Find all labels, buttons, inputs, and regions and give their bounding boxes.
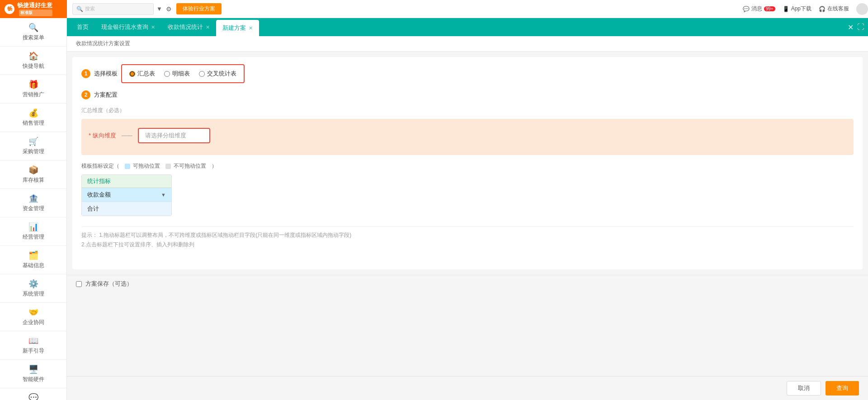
tab-bank-label: 现金银行流水查询 xyxy=(101,23,148,31)
breadcrumb-text: 收款情况统计方案设置 xyxy=(76,40,130,47)
notification-label: 消息 xyxy=(751,5,762,13)
movable-dot xyxy=(125,164,130,169)
tip2: 2.点击标题栏下拉可设置排序、插入列和删除列 xyxy=(81,241,854,249)
column-row: 合计 xyxy=(82,202,171,216)
radio-cross[interactable]: 交叉统计表 xyxy=(199,70,236,78)
fixed-dot xyxy=(165,164,171,169)
sidebar-item-quick-nav[interactable]: 🏠 快捷导航 xyxy=(0,47,66,75)
tab-bar: 首页 现金银行流水查询 ✕ 收款情况统计 ✕ 新建方案 ✕ ✕ ⛶ xyxy=(67,18,868,36)
purchase-icon: 🛒 xyxy=(28,136,38,146)
sidebar-item-purchase[interactable]: 🛒 采购管理 xyxy=(0,132,66,160)
user-avatar[interactable] xyxy=(856,3,868,15)
support-label: 在线客服 xyxy=(827,5,849,13)
sidebar-item-wechat[interactable]: 💬 企业微信 xyxy=(0,388,66,400)
home-icon: 🏠 xyxy=(28,51,38,61)
cancel-button[interactable]: 取消 xyxy=(787,381,821,395)
sidebar-item-marketing[interactable]: 🎁 营销推广 xyxy=(0,75,66,104)
tab-bank[interactable]: 现金银行流水查询 ✕ xyxy=(95,18,161,36)
dimension-arrow: —— xyxy=(122,132,132,139)
sidebar-item-finance[interactable]: 🏦 资金管理 xyxy=(0,189,66,217)
stats-title-row: 统计指标 xyxy=(82,175,171,188)
breadcrumb: 收款情况统计方案设置 xyxy=(67,36,868,52)
basic-icon: 🗂️ xyxy=(28,250,38,260)
metrics-header: 模板指标设定（ 可拖动位置 不可拖动位置 ） xyxy=(81,162,854,170)
radio-detail-input[interactable] xyxy=(164,71,170,77)
sidebar-item-label: 搜索菜单 xyxy=(23,34,44,42)
tab-collection-close[interactable]: ✕ xyxy=(206,24,210,30)
legend-movable: 可拖动位置 xyxy=(125,162,160,170)
sidebar-item-label: 智能硬件 xyxy=(23,376,44,383)
search-dropdown-icon[interactable]: ▼ xyxy=(156,5,162,12)
message-icon: 💬 xyxy=(743,6,750,12)
radio-summary-label: 汇总表 xyxy=(137,70,155,78)
tab-close-all-icon[interactable]: ✕ xyxy=(848,23,854,32)
column-header-text: 收款金额 xyxy=(87,191,111,199)
sidebar-item-search[interactable]: 🔍 搜索菜单 xyxy=(0,18,66,47)
header-search-area: 🔍 搜索 ▼ ⚙ 体验行业方案 xyxy=(72,3,743,15)
wechat-icon: 💬 xyxy=(28,393,38,400)
query-button[interactable]: 查询 xyxy=(826,381,859,395)
operations-icon: 📊 xyxy=(28,222,38,232)
system-icon: ⚙️ xyxy=(28,279,38,289)
tab-home[interactable]: 首页 xyxy=(71,18,95,36)
support-item[interactable]: 🎧 在线客服 xyxy=(819,5,849,13)
radio-cross-label: 交叉统计表 xyxy=(207,70,236,78)
sidebar-item-guide[interactable]: 📖 新手引导 xyxy=(0,331,66,360)
close-paren: ） xyxy=(212,162,217,170)
sidebar-item-enterprise[interactable]: 🤝 企业协同 xyxy=(0,303,66,331)
notification-item[interactable]: 💬 消息 99+ xyxy=(743,5,775,13)
step2-number: 2 xyxy=(81,90,90,99)
sidebar-item-basic[interactable]: 🗂️ 基础信息 xyxy=(0,246,66,274)
sidebar-item-label: 经营管理 xyxy=(23,233,44,241)
radio-summary[interactable]: 汇总表 xyxy=(129,70,155,78)
sidebar-item-sales[interactable]: 💰 销售管理 xyxy=(0,104,66,132)
dimension-area: * 纵向维度 —— 请选择分组维度 xyxy=(81,119,854,155)
column-chevron-icon[interactable]: ▼ xyxy=(161,192,166,198)
sidebar-item-label: 基础信息 xyxy=(23,262,44,269)
radio-detail-label: 明细表 xyxy=(172,70,190,78)
trial-button[interactable]: 体验行业方案 xyxy=(176,3,222,14)
finance-icon: 🏦 xyxy=(28,193,38,203)
sidebar-item-hardware[interactable]: 🖥️ 智能硬件 xyxy=(0,360,66,388)
dimension-select[interactable]: 请选择分组维度 xyxy=(138,128,210,143)
tab-new-plan-close[interactable]: ✕ xyxy=(249,25,253,31)
tab-collection[interactable]: 收款情况统计 ✕ xyxy=(161,18,216,36)
dimension-row-label: * 纵向维度 xyxy=(89,132,116,140)
template-select-box: 汇总表 明细表 交叉统计表 xyxy=(121,64,245,83)
dimension-row: * 纵向维度 —— 请选择分组维度 xyxy=(89,128,846,143)
search-menu-icon: 🔍 xyxy=(28,23,38,33)
tab-new-plan[interactable]: 新建方案 ✕ xyxy=(216,20,259,36)
guide-icon: 📖 xyxy=(28,336,38,346)
step1-section: 1 选择模板 汇总表 明细表 xyxy=(81,64,854,83)
gear-icon[interactable]: ⚙ xyxy=(166,5,172,13)
radio-cross-input[interactable] xyxy=(199,71,205,77)
step2-title: 方案配置 xyxy=(94,91,118,99)
marketing-icon: 🎁 xyxy=(28,80,38,89)
fixed-label: 不可拖动位置 xyxy=(174,162,206,170)
notification-badge: 99+ xyxy=(764,6,775,11)
sidebar-item-system[interactable]: ⚙️ 系统管理 xyxy=(0,274,66,303)
logo: 畅 畅捷通好生意 标准版 xyxy=(0,0,67,18)
tip1: 提示： 1.拖动标题栏可以调整布局，不可跨维度或指标区域拖动栏目字段(只能在同一… xyxy=(81,231,854,239)
hardware-icon: 🖥️ xyxy=(28,364,38,374)
tab-maximize-icon[interactable]: ⛶ xyxy=(857,23,864,32)
radio-detail[interactable]: 明细表 xyxy=(164,70,190,78)
config-section: 汇总维度（必选） * 纵向维度 —— 请选择分组维度 xyxy=(81,107,854,255)
download-item[interactable]: 📱 App下载 xyxy=(783,5,811,13)
sidebar-item-label: 销售管理 xyxy=(23,119,44,127)
sales-icon: 💰 xyxy=(28,108,38,118)
search-box[interactable]: 🔍 搜索 xyxy=(72,3,154,15)
sidebar-item-operations[interactable]: 📊 经营管理 xyxy=(0,217,66,246)
sidebar-item-inventory[interactable]: 📦 库存核算 xyxy=(0,160,66,189)
tab-bank-close[interactable]: ✕ xyxy=(151,24,155,30)
form-container: 1 选择模板 汇总表 明细表 xyxy=(72,57,863,269)
step1-header: 1 选择模板 汇总表 明细表 xyxy=(81,64,854,83)
sidebar-item-label: 库存核算 xyxy=(23,176,44,184)
tips-section: 提示： 1.拖动标题栏可以调整布局，不可跨维度或指标区域拖动栏目字段(只能在同一… xyxy=(81,226,854,255)
sidebar: 🔍 搜索菜单 🏠 快捷导航 🎁 营销推广 💰 销售管理 🛒 采购管理 📦 库存核… xyxy=(0,18,67,400)
metrics-section: 模板指标设定（ 可拖动位置 不可拖动位置 ） xyxy=(81,162,854,217)
save-checkbox[interactable] xyxy=(76,281,82,287)
radio-summary-input[interactable] xyxy=(129,71,135,77)
page-content: 收款情况统计方案设置 1 选择模板 汇总表 xyxy=(67,36,868,376)
sidebar-item-label: 新手引导 xyxy=(23,347,44,355)
